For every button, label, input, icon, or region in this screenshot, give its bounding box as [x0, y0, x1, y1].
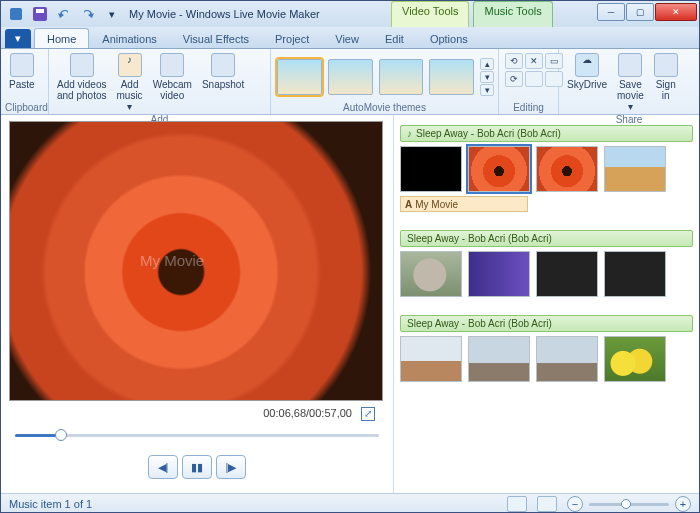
themes-scroll-up[interactable]: ▴: [480, 58, 494, 70]
tab-visual-effects[interactable]: Visual Effects: [170, 28, 262, 48]
app-menu-icon[interactable]: [5, 3, 27, 25]
tab-view[interactable]: View: [322, 28, 372, 48]
maximize-button[interactable]: ▢: [626, 3, 654, 21]
delete-icon[interactable]: ✕: [525, 53, 543, 69]
snapshot-icon: [211, 53, 235, 77]
timecode: 00:06,68/00:57,00 ⤢: [9, 401, 385, 423]
paste-label: Paste: [9, 79, 35, 90]
save-movie-button[interactable]: Save movie▾: [613, 51, 648, 114]
clip-11[interactable]: [536, 336, 598, 382]
zoom-thumb[interactable]: [621, 499, 631, 509]
contextual-tabs: Video Tools Music Tools: [391, 1, 557, 27]
music-track-3[interactable]: Sleep Away - Bob Acri (Bob Acri): [400, 315, 693, 332]
theme-1[interactable]: [277, 59, 322, 95]
quick-access: ▾: [5, 1, 123, 27]
user-icon: [654, 53, 678, 77]
caption-strip[interactable]: AMy Movie: [400, 196, 528, 212]
save-movie-icon: [618, 53, 642, 77]
fullscreen-icon[interactable]: ⤢: [361, 407, 375, 421]
redo-icon[interactable]: [77, 3, 99, 25]
seek-bar[interactable]: [15, 427, 379, 443]
tab-project[interactable]: Project: [262, 28, 322, 48]
theme-3[interactable]: [379, 59, 424, 95]
theme-2[interactable]: [328, 59, 373, 95]
music-note-icon: ♪: [407, 128, 412, 139]
tool-a-icon[interactable]: [525, 71, 543, 87]
music-tools-tab[interactable]: Music Tools: [473, 1, 552, 27]
group-clipboard: Clipboard: [5, 102, 44, 114]
main-area: My Movie 00:06,68/00:57,00 ⤢ ◀| ▮▮ |▶ ♪S…: [1, 115, 699, 493]
clip-8[interactable]: [604, 251, 666, 297]
view-toggle-1[interactable]: [507, 496, 527, 512]
minimize-button[interactable]: ─: [597, 3, 625, 21]
theme-4[interactable]: [429, 59, 474, 95]
skydrive-button[interactable]: ☁SkyDrive: [563, 51, 611, 92]
webcam-icon: [160, 53, 184, 77]
seek-thumb[interactable]: [55, 429, 67, 441]
music-track-2[interactable]: Sleep Away - Bob Acri (Bob Acri): [400, 230, 693, 247]
themes-more[interactable]: ▾: [480, 84, 494, 96]
view-toggle-2[interactable]: [537, 496, 557, 512]
paste-icon: [10, 53, 34, 77]
music-icon: ♪: [118, 53, 142, 77]
save-icon[interactable]: [29, 3, 51, 25]
add-videos-button[interactable]: Add videos and photos: [53, 51, 111, 103]
rotate-left-icon[interactable]: ⟲: [505, 53, 523, 69]
group-themes: AutoMovie themes: [275, 102, 494, 114]
file-menu[interactable]: ▾: [5, 29, 31, 48]
add-music-button[interactable]: ♪Add music▾: [113, 51, 147, 114]
tab-animations[interactable]: Animations: [89, 28, 169, 48]
status-text: Music item 1 of 1: [9, 498, 92, 510]
window-title: My Movie - Windows Live Movie Maker: [129, 8, 320, 20]
clip-12[interactable]: [604, 336, 666, 382]
play-pause-button[interactable]: ▮▮: [182, 455, 212, 479]
zoom-in-button[interactable]: +: [675, 496, 691, 512]
qa-dropdown-icon[interactable]: ▾: [101, 3, 123, 25]
snapshot-button[interactable]: Snapshot: [198, 51, 248, 92]
webcam-button[interactable]: Webcam video: [149, 51, 196, 103]
close-button[interactable]: ✕: [655, 3, 697, 21]
clip-4[interactable]: [604, 146, 666, 192]
video-player[interactable]: My Movie: [9, 121, 383, 401]
title-watermark: My Movie: [140, 252, 204, 269]
status-bar: Music item 1 of 1 − +: [1, 493, 699, 513]
storyboard[interactable]: ♪Sleep Away - Bob Acri (Bob Acri) AMy Mo…: [394, 115, 699, 493]
themes-scroll-down[interactable]: ▾: [480, 71, 494, 83]
tab-options[interactable]: Options: [417, 28, 481, 48]
clip-3[interactable]: [536, 146, 598, 192]
tab-edit[interactable]: Edit: [372, 28, 417, 48]
clip-6[interactable]: [468, 251, 530, 297]
rotate-right-icon[interactable]: ⟳: [505, 71, 523, 87]
video-tools-tab[interactable]: Video Tools: [391, 1, 469, 27]
ribbon-tabs: ▾ Home Animations Visual Effects Project…: [1, 27, 699, 49]
tab-home[interactable]: Home: [34, 28, 89, 48]
preview-pane: My Movie 00:06,68/00:57,00 ⤢ ◀| ▮▮ |▶: [1, 115, 394, 493]
clip-9[interactable]: [400, 336, 462, 382]
prev-frame-button[interactable]: ◀|: [148, 455, 178, 479]
clip-2[interactable]: [468, 146, 530, 192]
svg-rect-2: [36, 9, 44, 13]
svg-rect-0: [10, 8, 22, 20]
clip-5[interactable]: [400, 251, 462, 297]
group-editing: Editing: [503, 102, 554, 114]
ribbon: Paste Clipboard Add videos and photos ♪A…: [1, 49, 699, 115]
next-frame-button[interactable]: |▶: [216, 455, 246, 479]
music-track-1[interactable]: ♪Sleep Away - Bob Acri (Bob Acri): [400, 125, 693, 142]
clip-1[interactable]: [400, 146, 462, 192]
signin-button[interactable]: Sign in: [650, 51, 682, 103]
clip-10[interactable]: [468, 336, 530, 382]
cloud-icon: ☁: [575, 53, 599, 77]
zoom-slider[interactable]: [589, 503, 669, 506]
add-videos-icon: [70, 53, 94, 77]
paste-button[interactable]: Paste: [5, 51, 39, 92]
zoom-out-button[interactable]: −: [567, 496, 583, 512]
clip-7[interactable]: [536, 251, 598, 297]
title-bar: ▾ My Movie - Windows Live Movie Maker Vi…: [1, 1, 699, 27]
undo-icon[interactable]: [53, 3, 75, 25]
